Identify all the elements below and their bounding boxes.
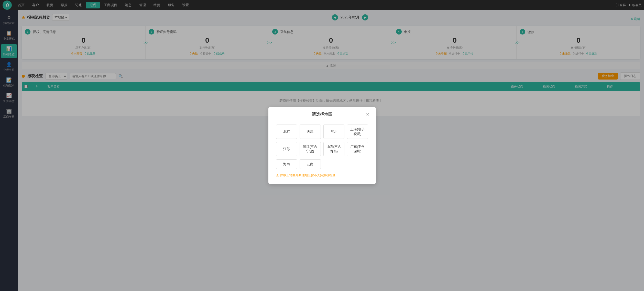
modal-body: 北京 天津 河北 上海(电子税局) 江苏 浙江(不含宁波) 山东(不含青岛) 广…	[268, 120, 376, 184]
modal-close-button[interactable]: ✕	[365, 111, 371, 117]
region-row-2: 江苏 浙江(不含宁波) 山东(不含青岛) 广东(不含深圳)	[276, 142, 368, 156]
modal-header: 请选择地区 ✕	[268, 107, 376, 120]
region-btn-yunnan[interactable]: 云南	[300, 159, 321, 169]
warning-icon: ⚠	[276, 174, 279, 177]
warning-text: 除以上地区外其他地区暂不支持报税检查！	[280, 173, 339, 177]
region-btn-guangdong[interactable]: 广东(不含深圳)	[347, 142, 368, 156]
region-btn-shandong[interactable]: 山东(不含青岛)	[323, 142, 345, 156]
region-select-modal: 请选择地区 ✕ 北京 天津 河北 上海(电子税局) 江苏 浙江(不含宁波) 山东…	[268, 107, 376, 184]
region-btn-hainan[interactable]: 海南	[276, 159, 297, 169]
region-row-3: 海南 云南	[276, 159, 368, 169]
region-btn-tianjin[interactable]: 天津	[300, 125, 321, 139]
region-btn-hebei[interactable]: 河北	[323, 125, 345, 139]
modal-warning: ⚠ 除以上地区外其他地区暂不支持报税检查！	[276, 173, 368, 179]
region-btn-zhejiang[interactable]: 浙江(不含宁波)	[300, 142, 321, 156]
region-row-1: 北京 天津 河北 上海(电子税局)	[276, 125, 368, 139]
modal-title: 请选择地区	[280, 112, 365, 117]
region-btn-beijing[interactable]: 北京	[276, 125, 297, 139]
region-btn-jiangsu[interactable]: 江苏	[276, 142, 297, 156]
region-btn-shanghai[interactable]: 上海(电子税局)	[347, 125, 368, 139]
modal-overlay[interactable]: 请选择地区 ✕ 北京 天津 河北 上海(电子税局) 江苏 浙江(不含宁波) 山东…	[0, 0, 644, 291]
